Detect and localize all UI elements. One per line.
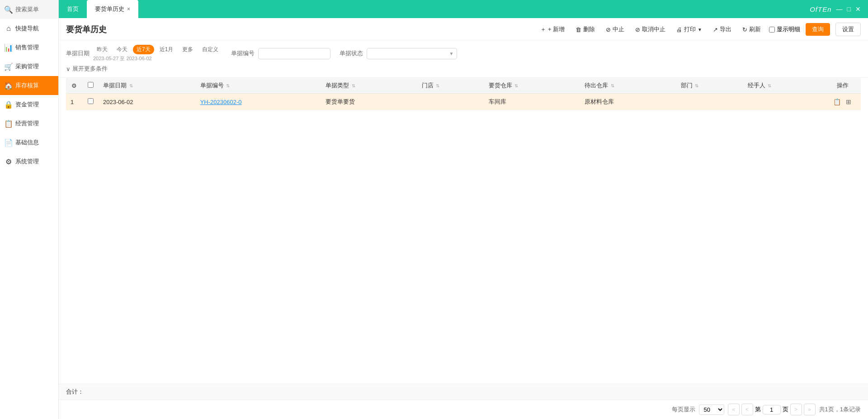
tab-close-icon[interactable]: ×	[127, 6, 130, 12]
date-chips: 昨天 今天 近7天 近1月 更多 自定义	[93, 45, 222, 54]
cell-index: 1	[66, 94, 82, 110]
first-page-button[interactable]: «	[728, 404, 740, 415]
cell-store	[417, 94, 484, 110]
maximize-button[interactable]: □	[847, 5, 851, 13]
sidebar-item-label: 经营管理	[15, 119, 39, 128]
th-date[interactable]: 单据日期 ⇅	[99, 78, 196, 94]
th-bill-type[interactable]: 单据类型 ⇅	[321, 78, 417, 94]
date-chip-more[interactable]: 更多	[179, 45, 197, 54]
row-edit-button[interactable]: 📋	[832, 97, 842, 107]
th-bill-no-label: 单据编号	[200, 82, 224, 89]
query-label: 查询	[812, 25, 824, 33]
sort-pending-warehouse-icon: ⇅	[611, 83, 614, 88]
expand-more-button[interactable]: ∨ 展开更多条件	[66, 65, 861, 73]
date-chip-yesterday[interactable]: 昨天	[93, 45, 111, 54]
per-page-select[interactable]: 20 50 100	[699, 405, 724, 415]
query-button[interactable]: 查询	[806, 23, 830, 36]
document-icon: 📄	[5, 138, 13, 147]
row-delete-button[interactable]: ⊞	[844, 97, 854, 107]
bill-no-link[interactable]: YH-20230602-0	[200, 99, 242, 105]
sort-req-warehouse-icon: ⇅	[514, 83, 518, 88]
sidebar-item-label: 销售管理	[15, 43, 39, 52]
sidebar-search[interactable]: 🔍 搜索菜单	[0, 0, 58, 19]
next-page-button[interactable]: >	[790, 404, 802, 415]
print-label: 打印	[684, 25, 696, 33]
data-table: ⚙ 单据日期 ⇅ 单据编号 ⇅	[66, 78, 861, 110]
print-button[interactable]: 🖨 打印 ▼	[674, 24, 705, 35]
th-dept[interactable]: 部门 ⇅	[676, 78, 743, 94]
sidebar-item-operation[interactable]: 📋 经营管理	[0, 114, 58, 133]
bill-no-input[interactable]	[258, 48, 330, 59]
cell-pending-warehouse: 原材料仓库	[580, 94, 676, 110]
last-page-button[interactable]: »	[804, 404, 816, 415]
th-store[interactable]: 门店 ⇅	[417, 78, 484, 94]
sidebar-item-finance[interactable]: 🔒 资金管理	[0, 95, 58, 114]
row-checkbox[interactable]	[88, 98, 94, 104]
th-req-warehouse[interactable]: 要货仓库 ⇅	[484, 78, 580, 94]
prev-page-button[interactable]: <	[741, 404, 753, 415]
print-icon: 🖨	[676, 26, 682, 33]
cell-bill-type: 要货单要货	[321, 94, 417, 110]
close-window-button[interactable]: ✕	[855, 5, 861, 13]
table-header-row: ⚙ 单据日期 ⇅ 单据编号 ⇅	[66, 78, 861, 94]
date-chip-today[interactable]: 今天	[113, 45, 131, 54]
date-chip-custom[interactable]: 自定义	[198, 45, 222, 54]
th-pending-warehouse[interactable]: 待出仓库 ⇅	[580, 78, 676, 94]
refresh-button[interactable]: ↻ 刷新	[740, 24, 764, 35]
expand-more-label: 展开更多条件	[72, 65, 108, 73]
show-detail-checkbox[interactable]	[769, 27, 775, 33]
th-date-label: 单据日期	[103, 82, 127, 89]
status-select[interactable]	[367, 48, 457, 59]
new-button[interactable]: ＋ + 新增	[538, 24, 567, 35]
sidebar-item-base-info[interactable]: 📄 基础信息	[0, 133, 58, 152]
tab-home[interactable]: 首页	[59, 0, 87, 18]
sidebar-item-label: 基础信息	[15, 138, 39, 147]
tabs-right: OfTEn — □ ✕	[810, 5, 868, 13]
cell-bill-no[interactable]: YH-20230602-0	[196, 94, 321, 110]
delete-label: 删除	[583, 25, 595, 33]
sidebar-item-sales[interactable]: 📊 销售管理	[0, 38, 58, 57]
total-label: 合计：	[66, 388, 84, 396]
th-settings[interactable]: ⚙	[66, 78, 82, 94]
th-handler[interactable]: 经手人 ⇅	[743, 78, 825, 94]
settings-col-icon: ⚙	[71, 82, 77, 89]
sidebar-item-system[interactable]: ⚙ 系统管理	[0, 152, 58, 171]
sidebar-item-label: 资金管理	[15, 100, 39, 109]
stop-button[interactable]: ⊘ 中止	[603, 24, 627, 35]
table-footer: 合计：	[59, 384, 868, 400]
tab-requisition-history[interactable]: 要货单历史 ×	[87, 0, 138, 18]
sidebar-item-quick-nav[interactable]: ⌂ 快捷导航	[0, 19, 58, 38]
status-select-wrapper	[367, 48, 457, 59]
settings-button[interactable]: 设置	[835, 23, 861, 36]
date-chip-1month[interactable]: 近1月	[156, 45, 177, 54]
cell-checkbox[interactable]	[82, 94, 99, 110]
plus-icon: ＋	[540, 25, 546, 33]
cart-icon: 🛒	[5, 62, 13, 71]
th-checkbox[interactable]	[82, 78, 99, 94]
minimize-button[interactable]: —	[836, 5, 843, 13]
pagination-bar: 每页显示 20 50 100 « < 第 页 > » 共1页，1条记录	[59, 400, 868, 419]
page-input[interactable]	[763, 405, 781, 414]
sort-date-icon: ⇅	[129, 83, 133, 88]
sort-bill-type-icon: ⇅	[352, 83, 355, 88]
th-bill-no[interactable]: 单据编号 ⇅	[196, 78, 321, 94]
sidebar: 🔍 搜索菜单 ⌂ 快捷导航 📊 销售管理 🛒 采购管理 🏠 库存核算 🔒 资金管…	[0, 0, 59, 419]
th-dept-label: 部门	[681, 82, 693, 89]
sort-bill-no-icon: ⇅	[226, 83, 230, 88]
home-icon: ⌂	[5, 24, 13, 33]
sidebar-item-purchase[interactable]: 🛒 采购管理	[0, 57, 58, 76]
cancel-stop-button[interactable]: ⊘ 取消中止	[632, 24, 668, 35]
date-chip-7days[interactable]: 近7天	[133, 45, 154, 54]
page-label: 第	[755, 405, 761, 414]
table-row: 1 2023-06-02 YH-20230602-0 要货单要货 车间库 原材料…	[66, 94, 861, 110]
brand-label: OfTEn	[810, 5, 831, 13]
lock-icon: 🔒	[5, 100, 13, 109]
export-button[interactable]: ↗ 导出	[710, 24, 734, 35]
show-detail-checkbox-wrapper[interactable]: 显示明细	[769, 25, 800, 33]
sidebar-item-inventory[interactable]: 🏠 库存核算	[0, 76, 58, 95]
select-all-checkbox[interactable]	[88, 82, 94, 88]
export-label: 导出	[720, 25, 731, 33]
th-operation: 操作	[825, 78, 861, 94]
delete-button[interactable]: 🗑 删除	[573, 24, 598, 35]
cell-date: 2023-06-02	[99, 94, 196, 110]
